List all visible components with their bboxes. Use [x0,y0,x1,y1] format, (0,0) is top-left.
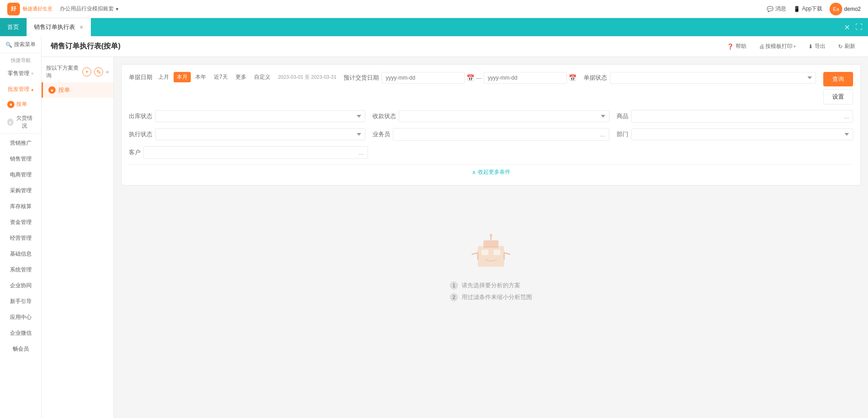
sidebar-item-purchase[interactable]: 采购管理 [2,183,39,198]
message-button[interactable]: 💬 消息 [767,5,786,13]
sidebar-item-operations[interactable]: 经营管理 [2,231,39,246]
exec-status-select[interactable]: 未执行 执行中 已完成 [155,128,365,140]
date-quick-7days[interactable]: 近7天 [211,72,231,82]
tab-expand-icon[interactable]: ⛶ [855,23,863,31]
sidebar-item-retail[interactable]: 零售管理 ▾ [2,66,39,81]
filter-department: 部门 [617,128,853,140]
app-download-icon: 📱 [793,6,800,12]
sidebar-item-newbie[interactable]: 新手引导 [2,294,39,309]
settings-button[interactable]: 设置 [823,89,853,104]
filter-salesperson: 业务员 ... [373,128,609,141]
refresh-button[interactable]: ↻ 刷新 [835,41,859,52]
outbound-status-select[interactable]: 未出库 部分出库 全部出库 [155,110,365,122]
tip-1-text: 请先选择要分析的方案 [462,281,520,290]
filter-exec-status: 执行状态 未执行 执行中 已完成 [129,128,365,140]
collapse-icon: ∧ [472,169,476,176]
help-button[interactable]: ❓ 帮助 [723,41,750,52]
filter-expected-date: 预计交货日期 📅 — 📅 [344,72,576,84]
empty-tip-2: 2 用过滤条件来缩小分析范围 [450,293,532,301]
sidebar-item-inventory[interactable]: 库存核算 [2,199,39,214]
goods-picker[interactable]: ... [631,110,853,123]
sidebar-item-finance[interactable]: 资金管理 [2,215,39,230]
tab-sales-exec[interactable]: 销售订单执行表 × [27,18,91,36]
sidebar-sub-order-label: 按单 [16,100,27,108]
user-info[interactable]: Ea demo2 [830,3,861,15]
date-quick-this-year[interactable]: 本年 [192,72,209,82]
sidebar-item-system[interactable]: 系统管理 [2,262,39,277]
receipt-status-select[interactable]: 未收款 部分收款 全部收款 [399,110,609,122]
doc-status-select[interactable]: 待审核 审核通过 已作废 [610,72,816,84]
collapse-bar: ∧ 收起更多条件 [129,164,853,178]
page-actions: ❓ 帮助 🖨 按模板打印 ▾ ⬇ 导出 ↻ 刷新 [723,41,859,52]
expected-date-label: 预计交货日期 [344,74,379,82]
collapse-panel-button[interactable]: « [106,69,109,75]
sidebar-item-apps[interactable]: 应用中心 [2,310,39,325]
customer-picker[interactable]: ... [143,146,368,159]
department-select[interactable] [631,128,853,140]
main-layout: 🔍 搜索菜单 快捷导航 零售管理 ▾ 批发管理 ▴ ● 按单 ● 欠货情况 营销… [0,36,868,418]
sidebar-item-wholesale[interactable]: 批发管理 ▴ [2,82,39,97]
print-button[interactable]: 🖨 按模板打印 ▾ [755,41,799,52]
export-label: 导出 [815,43,826,50]
add-scheme-button[interactable]: + [82,67,91,76]
left-panel: 按以下方案查询 + ✎ « ● 按单 [42,57,114,418]
expected-date-end[interactable] [484,72,567,84]
date-quick-this-month[interactable]: 本月 [174,72,191,82]
sidebar-item-purchase-label: 采购管理 [10,187,32,194]
sidebar-item-inventory-label: 库存核算 [10,203,32,209]
date-quick-last-month[interactable]: 上月 [155,72,172,82]
sidebar-item-enterprise[interactable]: 企业协同 [2,278,39,293]
date-quick-more[interactable]: 更多 [232,72,250,82]
collapse-button[interactable]: ∧ 收起更多条件 [472,168,510,176]
breadcrumb-arrow-icon[interactable]: ▾ [116,6,118,12]
tab-close-icon[interactable]: × [80,24,83,31]
user-name: demo2 [844,6,861,12]
scheme-item-by-order[interactable]: ● 按单 [42,82,113,98]
expected-date-start[interactable] [382,72,465,84]
sidebar-item-sales[interactable]: 销售管理 [2,152,39,166]
tab-home[interactable]: 首页 [0,18,27,36]
print-dropdown-icon: ▾ [793,44,796,49]
tab-close-window-icon[interactable]: ✕ [844,23,850,32]
sidebar-search[interactable]: 🔍 搜索菜单 [0,36,41,53]
salesperson-more-icon: ... [600,131,605,138]
sidebar-item-member[interactable]: 畅会员 [2,342,39,356]
sidebar-item-wechat[interactable]: 企业微信 [2,326,39,341]
date-separator: — [476,75,482,81]
sidebar: 🔍 搜索菜单 快捷导航 零售管理 ▾ 批发管理 ▴ ● 按单 ● 欠货情况 营销… [0,36,42,418]
sidebar-sub-debt[interactable]: ● 欠货情况 [4,112,38,133]
edit-icon: ✎ [96,69,101,76]
outbound-status-label: 出库状态 [129,112,152,120]
query-button[interactable]: 查询 [823,72,853,86]
svg-rect-4 [481,250,488,255]
sub-order-icon: ● [7,101,14,108]
message-icon: 💬 [767,6,774,12]
edit-scheme-button[interactable]: ✎ [94,67,103,76]
salesperson-picker[interactable]: ... [393,128,609,141]
sidebar-sub-debt-label: 欠货情况 [15,114,34,130]
logo-icon: 好 [7,3,20,15]
page-title: 销售订单执行表(按单) [51,42,121,51]
sidebar-sub-by-order[interactable]: ● 按单 [4,98,38,111]
date-range-text: 2023-03-01 至 2023-03-31 [278,74,337,81]
calendar-start-icon[interactable]: 📅 [467,74,474,81]
tip-num-1: 1 [450,281,458,290]
customer-more-icon: ... [359,149,364,156]
sidebar-search-label: 搜索菜单 [14,41,36,48]
export-button[interactable]: ⬇ 导出 [805,41,829,52]
help-label: 帮助 [736,43,746,50]
scheme-active-dot: ● [48,86,56,94]
app-download-button[interactable]: 📱 App下载 [793,5,822,13]
topbar-right: 💬 消息 📱 App下载 Ea demo2 [767,3,861,15]
sidebar-quick-nav[interactable]: 快捷导航 [0,53,41,66]
date-quick-custom[interactable]: 自定义 [251,72,274,82]
filter-row-2: 出库状态 未出库 部分出库 全部出库 收款状态 [129,110,853,123]
calendar-end-icon[interactable]: 📅 [569,74,576,81]
sidebar-item-ecommerce[interactable]: 电商管理 [2,167,39,182]
sidebar-item-marketing[interactable]: 营销推广 [2,136,39,151]
help-icon: ❓ [727,43,734,50]
app-download-label: App下载 [802,5,822,13]
sidebar-item-basics[interactable]: 基础信息 [2,247,39,261]
search-icon: 🔍 [5,42,12,48]
salesperson-label: 业务员 [373,130,390,138]
